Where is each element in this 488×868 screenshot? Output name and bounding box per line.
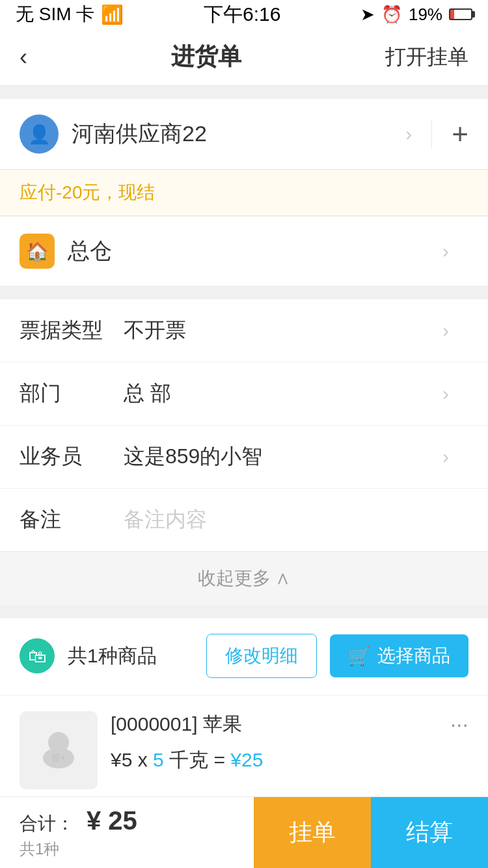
- product-thumb-svg: 督+: [33, 724, 85, 776]
- product-card: 督+ [0000001] 苹果 ¥5 x 5 千克 = ¥25 ···: [0, 695, 488, 805]
- back-button[interactable]: ‹: [20, 44, 27, 71]
- department-row[interactable]: 部门 总 部 ›: [0, 362, 488, 425]
- total-label: 合计：: [20, 813, 74, 834]
- cart-icon: 🛒: [348, 645, 371, 667]
- total-amount: ¥ 25: [87, 806, 137, 835]
- status-time: 下午6:16: [204, 1, 280, 28]
- notice-bar: 应付-20元，现结: [0, 169, 488, 216]
- equals-icon: =: [213, 749, 230, 770]
- nav-bar: ‹ 进货单 打开挂单: [0, 29, 488, 86]
- department-value: 总 部: [124, 379, 442, 408]
- avatar-icon: 👤: [28, 124, 51, 145]
- invoice-type-chevron-icon: ›: [442, 319, 449, 342]
- goods-count: 共1种商品: [68, 643, 193, 670]
- supplier-chevron-icon: ›: [405, 123, 412, 145]
- hang-order-button[interactable]: 挂单: [254, 797, 371, 868]
- department-label: 部门: [20, 379, 124, 408]
- product-thumbnail: 督+: [20, 711, 98, 789]
- carrier-text: 无 SIM 卡: [16, 2, 94, 27]
- add-supplier-button[interactable]: +: [431, 120, 468, 148]
- edit-details-button[interactable]: 修改明细: [206, 634, 317, 678]
- svg-text:督+: 督+: [51, 752, 66, 763]
- select-goods-label: 选择商品: [377, 644, 450, 668]
- line-total: ¥25: [230, 749, 263, 770]
- invoice-type-label: 票据类型: [20, 316, 124, 345]
- product-price: ¥5 x 5 千克 = ¥25: [111, 747, 437, 774]
- bottom-bar: 合计： ¥ 25 共1种 挂单 结算: [0, 796, 488, 868]
- collapse-row[interactable]: 收起更多 ∧: [0, 551, 488, 605]
- location-icon: ➤: [360, 5, 375, 25]
- supplier-avatar: 👤: [20, 115, 59, 154]
- goods-section: 🛍 共1种商品 修改明细 🛒 选择商品 督+ [0000001] 苹果 ¥5 x: [0, 618, 488, 805]
- product-info: [0000001] 苹果 ¥5 x 5 千克 = ¥25: [111, 711, 437, 774]
- divider-2: [0, 286, 488, 299]
- wifi-icon: 📶: [101, 4, 124, 25]
- product-title: 苹果: [203, 713, 242, 735]
- battery-icon: [449, 8, 472, 20]
- salesperson-label: 业务员: [20, 442, 124, 471]
- warehouse-row[interactable]: 🏠 总仓 ›: [0, 216, 488, 286]
- remark-input[interactable]: 备注内容: [124, 506, 468, 534]
- total-section: 合计： ¥ 25 共1种: [0, 806, 254, 860]
- product-name: [0000001] 苹果: [111, 711, 437, 738]
- status-left: 无 SIM 卡 📶: [16, 2, 124, 27]
- open-pending-button[interactable]: 打开挂单: [385, 43, 468, 72]
- unit: 千克: [169, 749, 208, 770]
- remark-label: 备注: [20, 506, 124, 534]
- warehouse-icon: 🏠: [20, 234, 55, 269]
- supplier-row[interactable]: 👤 河南供应商22 › +: [0, 99, 488, 169]
- quantity: 5: [153, 749, 164, 770]
- select-goods-button[interactable]: 🛒 选择商品: [330, 634, 468, 677]
- battery-text: 19%: [409, 5, 442, 25]
- total-count: 共1种: [20, 839, 234, 860]
- supplier-name: 河南供应商22: [72, 119, 405, 149]
- salesperson-value: 这是859的小智: [124, 442, 442, 471]
- product-code: [0000001]: [111, 713, 197, 735]
- times-icon: x: [138, 749, 153, 770]
- page-title: 进货单: [171, 41, 241, 73]
- department-chevron-icon: ›: [442, 383, 449, 405]
- divider-1: [0, 86, 488, 99]
- salesperson-chevron-icon: ›: [442, 446, 449, 468]
- goods-header: 🛍 共1种商品 修改明细 🛒 选择商品: [0, 618, 488, 694]
- alarm-icon: ⏰: [381, 5, 402, 25]
- supplier-section: 👤 河南供应商22 › + 应付-20元，现结 🏠 总仓 ›: [0, 99, 488, 286]
- shopping-bag-icon: 🛍: [28, 645, 46, 667]
- unit-price: ¥5: [111, 749, 132, 770]
- status-right: ➤ ⏰ 19%: [360, 5, 472, 25]
- divider-3: [0, 605, 488, 618]
- form-section: 票据类型 不开票 › 部门 总 部 › 业务员 这是859的小智 › 备注 备注…: [0, 299, 488, 605]
- status-bar: 无 SIM 卡 📶 下午6:16 ➤ ⏰ 19%: [0, 0, 488, 29]
- more-options-button[interactable]: ···: [450, 711, 468, 737]
- bottom-buttons: 挂单 结算: [254, 797, 488, 868]
- invoice-type-row[interactable]: 票据类型 不开票 ›: [0, 299, 488, 362]
- checkout-button[interactable]: 结算: [371, 797, 488, 868]
- remark-row[interactable]: 备注 备注内容: [0, 488, 488, 551]
- warehouse-chevron-icon: ›: [442, 240, 449, 262]
- goods-icon: 🛍: [20, 638, 55, 673]
- warehouse-name: 总仓: [68, 236, 442, 266]
- salesperson-row[interactable]: 业务员 这是859的小智 ›: [0, 425, 488, 488]
- invoice-type-value: 不开票: [124, 316, 442, 345]
